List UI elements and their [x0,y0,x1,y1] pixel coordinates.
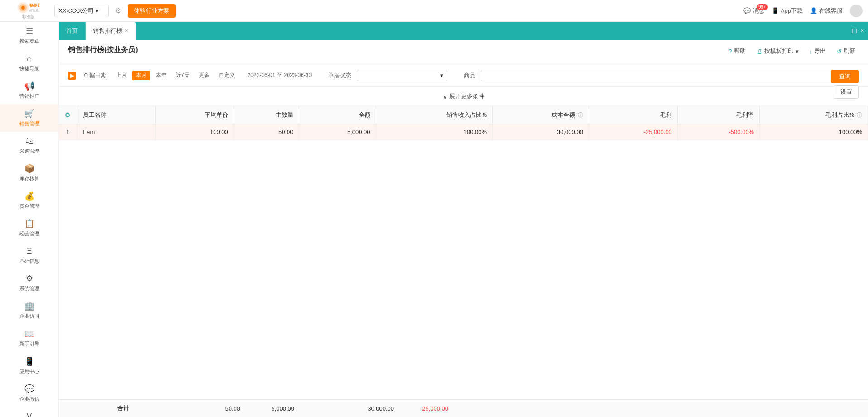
tab-close-window-icon[interactable]: × [860,27,864,35]
sidebar-item-13[interactable]: 💬企业微信 [0,379,58,407]
sidebar-item-12[interactable]: 📱应用中心 [0,352,58,379]
message-badge: 99+ [757,4,768,10]
page-header: 销售排行榜(按业务员) ? 帮助 🖨 按模板打印 ▾ ↓ 导出 [59,40,868,64]
cell-profit-pct-0: 100.00% [760,124,868,140]
sidebar-item-4[interactable]: 🛍采购管理 [0,132,58,159]
expand-row: ∨ 展开更多条件 [59,87,868,106]
th-qty: 主数量 [234,106,299,124]
th-profit-pct: 毛利占比% ⓘ [760,106,868,124]
message-icon: 💬 [743,7,751,14]
cell-avg-price-0: 100.00 [155,124,234,140]
query-button[interactable]: 查询 [831,70,859,83]
sidebar-item-10[interactable]: 🏢企业协同 [0,297,58,324]
sidebar-icon-6: 💰 [24,191,34,201]
profit-pct-info-icon[interactable]: ⓘ [857,112,862,118]
sidebar-label-13: 企业微信 [19,396,39,403]
column-settings-icon[interactable]: ⚙ [65,111,71,119]
sidebar-label-10: 企业协同 [19,313,39,320]
sidebar-label-3: 销售管理 [19,120,39,127]
logo: 畅捷通 好生意 标准版 [5,1,51,20]
footer-profit: -25,000.00 [399,405,454,412]
tab-close-icon[interactable]: × [125,28,128,34]
date-tab-more[interactable]: 更多 [195,71,213,80]
footer-amount: 5,000.00 [245,405,300,412]
status-select[interactable]: ▾ [357,70,447,81]
sidebar-item-5[interactable]: 📦库存核算 [0,159,58,187]
footer-cost: 30,000.00 [345,405,399,412]
table-footer: 合计 50.00 5,000.00 30,000.00 -25,000.00 [59,399,868,417]
sidebar-icon-14: V [26,412,32,417]
footer-avg-price [164,405,209,412]
cell-qty-0: 50.00 [234,124,299,140]
company-selector[interactable]: XXXXXX公司 ▾ [54,5,109,17]
sidebar-item-6[interactable]: 💰资金管理 [0,187,58,214]
svg-point-2 [21,6,25,10]
date-tab-7days[interactable]: 近7天 [172,71,193,80]
export-btn[interactable]: ↓ 导出 [806,45,830,57]
date-tabs: 上月 本月 本年 近7天 更多 自定义 [112,71,239,80]
date-tab-last-month[interactable]: 上月 [112,71,130,80]
company-name: XXXXXX公司 [58,7,94,15]
expand-icon: ∨ [443,93,447,100]
sidebar-item-11[interactable]: 📖新手引导 [0,324,58,352]
select-chevron-icon: ▾ [440,72,443,79]
sidebar-item-0[interactable]: ☰搜索菜单 [0,22,58,49]
sidebar-item-9[interactable]: ⚙系统管理 [0,269,58,297]
filter-toggle-btn[interactable]: ▶ [68,72,76,80]
date-range: 2023-06-01 至 2023-06-30 [248,72,312,79]
sidebar-label-5: 库存核算 [19,175,39,182]
online-service-btn[interactable]: 👤 在线客服 [810,7,843,15]
th-settings[interactable]: ⚙ [59,106,77,124]
sidebar-icon-12: 📱 [24,356,34,366]
tab-bar: 首页 销售排行榜 × □ × [59,22,868,40]
refresh-btn[interactable]: ↺ 刷新 [833,45,859,57]
data-table-wrapper: ⚙ 员工名称 平均单价 主数量 全额 销售收入占比% 成本全额 ⓘ 毛利 [59,106,868,399]
tab-minimize-icon[interactable]: □ [852,27,857,35]
filter-bar: ▶ 单据日期 上月 本月 本年 近7天 更多 自定义 2023-06-01 至 … [59,64,868,87]
settings-button[interactable]: 设置 [834,85,859,99]
cell-profit-rate-0: -500.00% [677,124,759,140]
sidebar-item-14[interactable]: V畅会员 [0,407,58,417]
trial-button[interactable]: 体验行业方案 [128,4,176,18]
app-download-btn[interactable]: 📱 App下载 [772,7,803,15]
status-label: 单据状态 [328,72,351,80]
settings-icon[interactable]: ⚙ [112,5,124,17]
tab-sales-rank[interactable]: 销售排行榜 × [86,22,136,40]
table-row: 1 Eam 100.00 50.00 5,000.00 100.00% 30,0… [59,124,868,140]
sidebar-label-1: 快捷导航 [19,65,39,72]
sidebar-icon-2: 📢 [24,81,34,91]
sidebar-icon-9: ⚙ [26,273,33,283]
sidebar-label-12: 应用中心 [19,368,39,375]
user-avatar[interactable] [850,5,863,17]
date-label: 单据日期 [83,72,107,80]
sidebar-item-8[interactable]: Ξ基础信息 [0,242,58,269]
sidebar-item-1[interactable]: ⌂快捷导航 [0,49,58,77]
sidebar-icon-7: 📋 [24,219,34,229]
th-name: 员工名称 [77,106,155,124]
th-sales-pct: 销售收入占比% [376,106,493,124]
date-tab-custom[interactable]: 自定义 [215,71,239,80]
footer-profit-rate [454,405,499,412]
date-tab-this-year[interactable]: 本年 [152,71,170,80]
sidebar-item-3[interactable]: 🛒销售管理 [0,104,58,132]
help-btn[interactable]: ? 帮助 [725,45,749,57]
sidebar-icon-10: 🏢 [24,301,34,311]
message-btn[interactable]: 💬 消息 99+ [743,7,764,15]
template-print-btn[interactable]: 🖨 按模板打印 ▾ [753,45,802,57]
data-table: ⚙ 员工名称 平均单价 主数量 全额 销售收入占比% 成本全额 ⓘ 毛利 [59,106,868,140]
sidebar-icon-0: ☰ [26,26,33,36]
goods-input[interactable]: ... [481,70,859,81]
sidebar-label-11: 新手引导 [19,340,39,347]
sidebar-item-2[interactable]: 📢营销推广 [0,77,58,104]
help-icon: ? [729,48,732,55]
sidebar-label-2: 营销推广 [19,93,39,100]
sidebar-item-7[interactable]: 📋经营管理 [0,214,58,242]
sidebar-label-0: 搜索菜单 [19,38,39,45]
sidebar-icon-5: 📦 [24,163,34,173]
sidebar-label-4: 采购管理 [19,148,39,154]
tab-home[interactable]: 首页 [59,22,86,40]
date-tab-this-month[interactable]: 本月 [132,71,150,80]
expand-conditions-btn[interactable]: ∨ 展开更多条件 [443,90,484,103]
print-icon: 🖨 [757,48,762,55]
cost-info-icon[interactable]: ⓘ [578,112,583,118]
